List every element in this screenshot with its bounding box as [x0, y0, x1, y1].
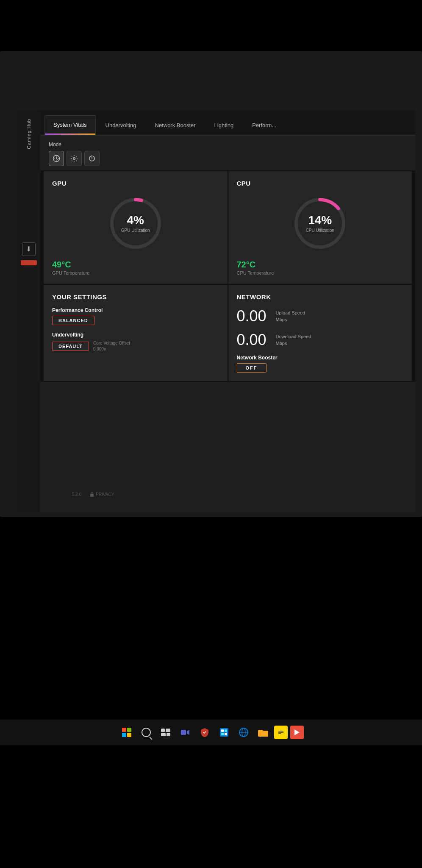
cpu-temp-value: 72°C — [237, 260, 404, 270]
svg-rect-12 — [220, 728, 228, 737]
svg-rect-11 — [181, 730, 186, 735]
main-content: System Vitals Undervolting Network Boost… — [40, 110, 415, 513]
gpu-utilization-value: 4% — [121, 214, 150, 226]
mode-speedometer-button[interactable] — [49, 151, 64, 166]
undervolting-badge[interactable]: DEFAULT — [52, 342, 89, 351]
taskbar-game-app[interactable] — [290, 726, 304, 739]
tab-lighting[interactable]: Lighting — [205, 115, 243, 135]
taskbar-antivirus[interactable] — [196, 724, 213, 741]
svg-point-1 — [73, 158, 75, 160]
gpu-card: GPU — [44, 171, 228, 284]
tab-system-vitals[interactable]: System Vitals — [44, 115, 96, 135]
svg-rect-14 — [225, 729, 227, 732]
app-window: Gaming Hub ⬇ System Vitals Undervolting … — [17, 110, 415, 513]
network-booster-status[interactable]: OFF — [237, 363, 267, 373]
taskbar-search[interactable] — [138, 724, 155, 741]
undervolting-label: Undervolting — [52, 332, 219, 338]
gpu-utilization-label: GPU Utilization — [121, 228, 150, 233]
mode-power-button[interactable] — [84, 151, 100, 166]
svg-rect-13 — [221, 729, 224, 732]
sidebar-accent-bar — [21, 260, 37, 265]
svg-rect-7 — [161, 729, 165, 732]
core-voltage-info: Core Voltage Offset 0.000v — [93, 340, 130, 352]
svg-rect-16 — [225, 733, 227, 735]
your-settings-title: YOUR SETTINGS — [52, 293, 219, 300]
tab-network-booster[interactable]: Network Booster — [146, 115, 205, 135]
performance-control-badge[interactable]: BALANCED — [52, 316, 94, 325]
upload-info: Upload Speed Mbps — [276, 309, 305, 323]
network-booster-section: Network Booster OFF — [237, 355, 404, 373]
gpu-temp-value: 49°C — [52, 260, 219, 270]
taskbar-task-view[interactable] — [157, 724, 174, 741]
your-settings-card: YOUR SETTINGS Performance Control BALANC… — [44, 285, 228, 381]
mode-buttons-group — [49, 151, 407, 166]
network-card: NETWORK 0.00 Upload Speed Mbps 0.00 Down… — [228, 285, 412, 381]
cards-grid: GPU — [40, 170, 415, 382]
mode-section: Mode — [40, 136, 415, 170]
taskbar-teams[interactable] — [177, 724, 194, 741]
svg-rect-9 — [161, 733, 166, 736]
svg-rect-15 — [221, 733, 224, 735]
taskbar-store[interactable] — [216, 724, 233, 741]
cpu-gauge: 14% CPU Utilization — [290, 194, 350, 253]
download-speed-value: 0.00 — [237, 331, 271, 349]
taskbar-browser[interactable] — [235, 724, 252, 741]
download-icon[interactable]: ⬇ — [22, 242, 36, 256]
upload-speed-value: 0.00 — [237, 307, 271, 325]
footer: 5.2.0 PRIVACY — [64, 488, 415, 500]
taskbar-sticky-notes[interactable] — [274, 726, 288, 739]
gpu-gauge-container: 4% GPU Utilization — [52, 194, 219, 253]
tab-undervolting[interactable]: Undervolting — [97, 115, 145, 135]
gpu-gauge-text: 4% GPU Utilization — [121, 214, 150, 233]
gpu-temp-label: GPU Temperature — [52, 270, 219, 275]
upload-row: 0.00 Upload Speed Mbps — [237, 307, 404, 325]
search-icon — [142, 728, 151, 737]
taskbar-files[interactable] — [255, 724, 272, 741]
taskbar — [0, 720, 422, 745]
gpu-gauge: 4% GPU Utilization — [106, 194, 165, 253]
svg-rect-10 — [167, 733, 170, 736]
top-bezel — [0, 0, 422, 51]
performance-control-item: Performance Control BALANCED — [52, 307, 219, 325]
tabs-bar: System Vitals Undervolting Network Boost… — [40, 110, 415, 136]
sidebar: Gaming Hub ⬇ — [17, 110, 40, 513]
taskbar-windows-start[interactable] — [118, 724, 135, 741]
mode-label: Mode — [49, 142, 407, 147]
performance-control-label: Performance Control — [52, 307, 219, 313]
download-info: Download Speed Mbps — [276, 333, 311, 347]
mode-settings-button[interactable] — [67, 151, 82, 166]
download-row: 0.00 Download Speed Mbps — [237, 331, 404, 349]
cpu-utilization-value: 14% — [306, 214, 334, 226]
hub-label: Gaming Hub — [26, 119, 31, 149]
version-text: 5.2.0 — [72, 492, 81, 497]
network-booster-label: Network Booster — [237, 355, 404, 361]
cpu-gauge-text: 14% CPU Utilization — [306, 214, 334, 233]
monitor-screen: Gaming Hub ⬇ System Vitals Undervolting … — [0, 51, 422, 517]
tab-performance[interactable]: Perform... — [243, 115, 285, 135]
undervolting-row: DEFAULT Core Voltage Offset 0.000v — [52, 340, 219, 352]
cpu-title: CPU — [237, 180, 404, 187]
cpu-temp-label: CPU Temperature — [237, 270, 404, 275]
svg-marker-24 — [294, 729, 300, 735]
cpu-card: CPU — [228, 171, 412, 284]
privacy-link[interactable]: PRIVACY — [90, 492, 114, 497]
gpu-title: GPU — [52, 180, 219, 187]
undervolting-item: Undervolting DEFAULT Core Voltage Offset… — [52, 332, 219, 352]
svg-rect-8 — [166, 729, 170, 732]
svg-rect-6 — [90, 494, 94, 497]
network-title: NETWORK — [237, 293, 404, 300]
cpu-gauge-container: 14% CPU Utilization — [237, 194, 404, 253]
bottom-bezel — [0, 745, 422, 868]
cpu-utilization-label: CPU Utilization — [306, 228, 334, 233]
